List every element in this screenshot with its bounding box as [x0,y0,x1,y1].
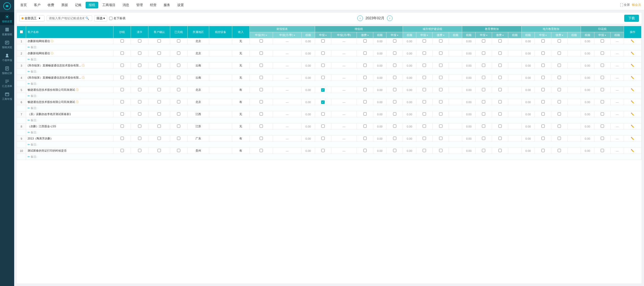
jiaoyu-shenb[interactable] [475,111,492,117]
checkbox[interactable] [158,88,161,91]
difang-jiaofei[interactable] [551,123,568,130]
checkbox[interactable] [177,124,180,128]
checkbox[interactable] [541,149,545,152]
sidebar-item-baoshuiliulan[interactable]: 报税浏览 [0,38,14,51]
operate-cell[interactable]: ✏️ [624,87,641,93]
yiwanshui-cell[interactable] [170,87,187,93]
checkbox[interactable] [363,112,367,116]
employee-select[interactable]: 全部员工 ▾ [19,15,45,22]
info-icon[interactable]: ⓘ [51,52,53,55]
difang-shenb[interactable] [535,50,551,57]
jiaoyu-jiaofei[interactable] [492,75,508,81]
checkbox[interactable] [498,76,502,79]
nav-jingying[interactable]: 经营 [147,2,160,8]
checkbox[interactable] [158,76,161,79]
checkbox[interactable] [321,39,325,43]
yiwanshui-cell[interactable] [170,50,187,57]
checkbox[interactable] [121,76,124,79]
checkbox[interactable] [558,112,561,116]
checkbox[interactable] [138,124,141,128]
chengshi-jiaofei[interactable] [433,123,449,130]
kehu-confirm-cell[interactable] [148,148,170,154]
checkbox[interactable] [158,124,161,128]
zengjie-shenb3[interactable] [386,38,403,44]
difang-jiaofei[interactable] [551,148,568,154]
edit-icon[interactable]: ✏️ [631,52,634,55]
checkbox[interactable] [121,124,124,128]
zengjie-shenb1[interactable] [315,111,331,117]
operate-cell[interactable]: ✏️ [624,136,641,142]
checkbox[interactable] [601,124,604,128]
checkbox[interactable] [260,88,263,91]
chengshi-jiaofei[interactable] [433,148,449,154]
checkbox[interactable] [601,112,604,116]
checkbox[interactable] [260,149,263,152]
zengjie-jiaofei[interactable] [357,38,373,44]
checkbox[interactable] [321,51,325,55]
chaoshui-cell[interactable] [113,38,131,44]
nav-shoufei[interactable]: 收费 [45,2,57,8]
zengjie-jiaofei[interactable] [357,99,373,105]
checkbox[interactable] [363,100,367,103]
checkbox[interactable] [439,39,442,43]
yiwanshui-cell[interactable] [170,75,187,81]
yiwanshui-cell[interactable] [170,111,187,117]
kehu-confirm-cell[interactable] [148,123,170,130]
checkbox[interactable] [158,112,161,116]
nav-home[interactable]: 首页 [17,2,30,8]
checkbox[interactable] [423,149,426,152]
chengshi-shenb[interactable] [416,148,433,154]
chengshi-jiaofei[interactable] [433,38,449,44]
edit-icon[interactable]: ✏️ [631,149,634,152]
chaoshui-cell[interactable] [113,63,131,69]
difang-jiaofei[interactable] [551,87,568,93]
zengjie-shenb1[interactable] [315,63,331,69]
kehu-confirm-cell[interactable] [148,63,170,69]
yiwanshui-cell[interactable] [170,99,187,105]
checkbox[interactable] [363,51,367,55]
chaoshui-cell[interactable] [113,123,131,130]
checkbox[interactable] [498,149,502,152]
chengshi-jiaofei[interactable] [433,75,449,81]
zengjie-jiaofei[interactable] [357,87,373,93]
checkbox[interactable] [177,39,180,43]
checkbox[interactable] [601,51,604,55]
chengshi-shenb[interactable] [416,123,433,130]
checkbox[interactable] [439,149,442,152]
checkbox[interactable] [138,64,141,67]
chengshi-jiaofei[interactable] [433,136,449,142]
kehu-confirm-cell[interactable] [148,50,170,57]
vip-button[interactable]: 畅会员 [632,3,641,7]
chengshi-jiaofei[interactable] [433,50,449,57]
fullscreen-button[interactable]: ⛶ 全屏 [620,3,630,7]
nav-gongshang[interactable]: 工商项目 [99,2,119,8]
edit-icon[interactable]: ✏️ [631,137,634,140]
zengjie-shenb1[interactable] [315,75,331,81]
edit-icon[interactable]: ✏️ [631,40,634,43]
chengshi-shenb[interactable] [416,87,433,93]
checkbox[interactable] [121,39,124,43]
checkbox[interactable] [177,112,180,116]
yinhua-shenb[interactable] [594,75,611,81]
difang-shenb[interactable] [535,136,551,142]
jiaoyu-jiaofei[interactable] [492,87,508,93]
checkbox[interactable] [321,137,325,140]
jiaoyu-shenb[interactable] [475,136,492,142]
checkbox[interactable] [138,88,141,91]
difang-jiaofei[interactable] [551,111,568,117]
jiaoyu-jiaofei[interactable] [492,123,508,130]
checkbox[interactable] [393,64,396,67]
chengshi-shenb[interactable] [416,38,433,44]
checkbox[interactable] [321,149,325,152]
yinhua-shenb[interactable] [594,50,611,57]
search-box[interactable]: 🔍 [47,15,92,21]
checkbox[interactable] [558,76,561,79]
sidebar-item-huizongqingdan[interactable]: 汇总清单 [0,77,14,90]
chaoshui-cell[interactable] [113,87,131,93]
yiwanshui-cell[interactable] [170,123,187,130]
checkbox[interactable] [601,137,604,140]
yiwanshui-cell[interactable] [170,148,187,154]
chengshi-shenb[interactable] [416,50,433,57]
caiwu-year[interactable] [249,87,273,93]
checkbox[interactable] [498,124,502,128]
